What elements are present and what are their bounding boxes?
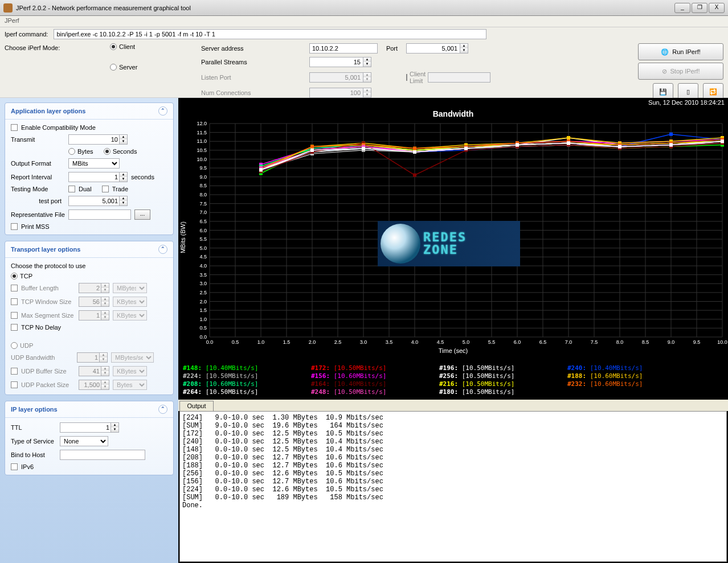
parallel-spinner[interactable]: ▲▼ [363, 57, 371, 67]
svg-text:3.0: 3.0 [360, 339, 367, 345]
udppkt-check [11, 381, 18, 388]
command-input[interactable] [54, 29, 486, 39]
server-address-label: Server address [201, 45, 309, 52]
svg-rect-170 [567, 136, 570, 139]
svg-text:7.5: 7.5 [199, 201, 207, 207]
listen-port-label: Listen Port [201, 74, 309, 81]
command-label: Iperf command: [5, 31, 48, 38]
bind-input[interactable] [60, 450, 145, 460]
svg-rect-236 [362, 147, 365, 150]
nodelay-check[interactable] [11, 324, 18, 331]
repfile-input[interactable] [68, 209, 131, 220]
svg-text:8.5: 8.5 [642, 339, 649, 345]
svg-text:11.0: 11.0 [197, 138, 207, 144]
svg-text:8.0: 8.0 [199, 192, 207, 198]
svg-rect-238 [464, 147, 468, 150]
svg-text:9.0: 9.0 [199, 174, 207, 180]
svg-text:0.5: 0.5 [232, 339, 239, 345]
svg-text:5.5: 5.5 [199, 236, 207, 242]
ipv6-check[interactable] [11, 463, 18, 470]
svg-text:4.0: 4.0 [411, 339, 419, 345]
client-radio[interactable]: Client [110, 43, 201, 50]
collapse-icon[interactable]: ⌃ [158, 106, 167, 116]
svg-text:7.0: 7.0 [565, 339, 572, 345]
watermark-logo: REDESZONE [378, 221, 520, 266]
maximize-button[interactable]: ❐ [692, 3, 707, 13]
parallel-input[interactable] [309, 57, 363, 67]
server-address-input[interactable] [309, 43, 378, 54]
server-radio[interactable]: Server [110, 64, 201, 71]
dual-check[interactable] [68, 186, 75, 192]
port-input[interactable] [406, 43, 460, 54]
app-icon [3, 3, 13, 13]
svg-text:10.5: 10.5 [197, 147, 207, 153]
transmit-input[interactable] [68, 134, 120, 145]
sidebar: Application layer options⌃ Enable Compat… [0, 98, 178, 563]
browse-button[interactable]: ... [134, 209, 150, 220]
svg-text:3.5: 3.5 [386, 339, 393, 345]
collapse-icon[interactable]: ⌃ [158, 405, 167, 414]
stop-button: ⊘Stop IPerf! [638, 63, 723, 80]
refresh-icon: 🔁 [709, 88, 717, 96]
output-format-select[interactable]: MBits [68, 158, 120, 169]
minimize-button[interactable]: _ [674, 3, 690, 13]
svg-rect-237 [413, 150, 416, 154]
output-tab[interactable]: Output [179, 401, 214, 411]
svg-text:9.5: 9.5 [199, 165, 207, 171]
udp-radio[interactable]: UDP [11, 342, 33, 349]
svg-text:7.5: 7.5 [591, 339, 598, 345]
winsize-check[interactable] [11, 298, 18, 305]
ttl-input[interactable] [60, 422, 111, 433]
printmss-check[interactable] [11, 223, 18, 230]
udpbuf-check [11, 368, 18, 375]
svg-text:11.5: 11.5 [197, 130, 207, 135]
testport-input[interactable] [68, 196, 120, 206]
command-bar: Iperf command: [0, 27, 728, 41]
app-layer-panel: Application layer options⌃ Enable Compat… [5, 102, 174, 235]
numcon-input [309, 88, 363, 98]
svg-text:Time (sec): Time (sec) [439, 347, 468, 354]
collapse-icon[interactable]: ⌃ [158, 245, 167, 254]
maxseg-unit: KBytes [113, 310, 147, 320]
svg-rect-187 [413, 174, 416, 177]
winsize-unit: KBytes [113, 297, 147, 307]
compat-check[interactable] [11, 124, 18, 131]
svg-rect-241 [618, 145, 621, 149]
udppkt-input [79, 380, 101, 390]
maxseg-check[interactable] [11, 312, 18, 319]
menu-jperf[interactable]: JPerf [5, 17, 19, 24]
timestamp: Sun, 12 Dec 2010 18:24:21 [178, 98, 728, 107]
client-limit-input [428, 72, 490, 83]
buflen-check[interactable] [11, 285, 18, 291]
numcon-label: Num Connections [201, 89, 309, 96]
mode-label: Choose iPerf Mode: [5, 43, 110, 51]
udppkt-unit: Bytes [113, 380, 147, 390]
port-spinner[interactable]: ▲▼ [460, 43, 468, 54]
svg-text:5.5: 5.5 [488, 339, 496, 345]
svg-rect-240 [567, 141, 570, 145]
output-area[interactable]: [224] 9.0-10.0 sec 1.30 MBytes 10.9 Mbit… [179, 411, 727, 562]
bytes-radio[interactable]: Bytes [68, 148, 93, 155]
run-icon: 🌐 [661, 48, 669, 56]
udpbuf-unit: KBytes [113, 366, 147, 376]
titlebar: JPerf 2.0.2 - Network performance measur… [0, 0, 728, 16]
svg-text:2.0: 2.0 [309, 339, 316, 345]
port-label: Port [378, 45, 406, 52]
seconds-radio[interactable]: Seconds [104, 148, 137, 155]
parallel-label: Parallel Streams [201, 59, 309, 65]
ip-layer-panel: IP layer options⌃ TTL▲▼ Type of ServiceN… [5, 401, 174, 475]
svg-text:2.0: 2.0 [199, 299, 207, 305]
udpbuf-input [79, 366, 101, 376]
window-title: JPerf 2.0.2 - Network performance measur… [16, 5, 191, 11]
close-button[interactable]: X [709, 3, 725, 13]
svg-text:8.5: 8.5 [199, 183, 207, 188]
tcp-radio[interactable]: TCP [11, 273, 32, 280]
run-button[interactable]: 🌐Run IPerf! [638, 43, 723, 60]
transport-layer-panel: Transport layer options⌃ Choose the prot… [5, 241, 174, 395]
tos-select[interactable]: None [60, 436, 108, 446]
svg-rect-205 [310, 145, 314, 149]
report-interval-input[interactable] [68, 172, 120, 182]
main-area: Sun, 12 Dec 2010 18:24:21 Bandwidth 0.00… [178, 98, 728, 563]
svg-rect-239 [516, 143, 519, 147]
trade-check[interactable] [102, 186, 109, 192]
